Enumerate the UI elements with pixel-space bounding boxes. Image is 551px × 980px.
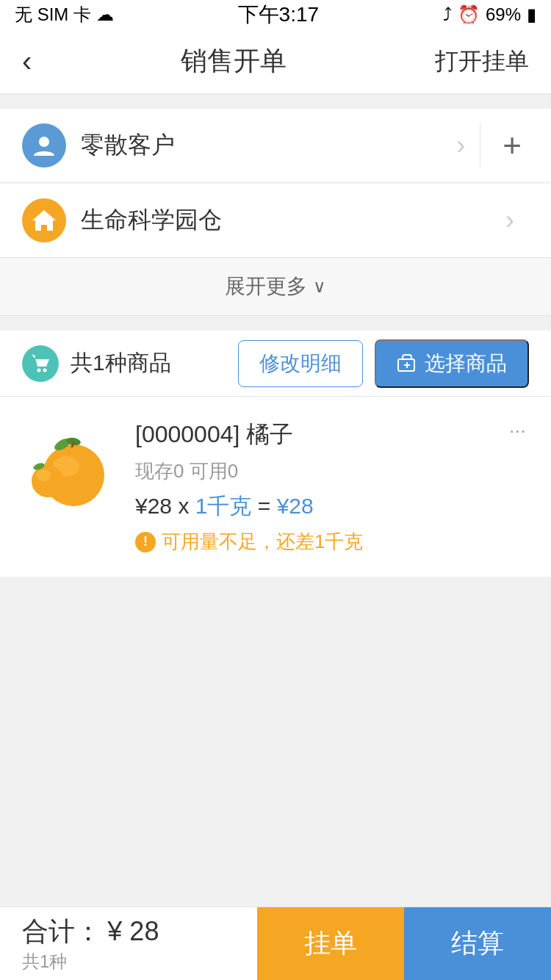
status-right: ⤴ ⏰ 69% ▮ (443, 4, 536, 25)
main-content-area (0, 577, 551, 945)
product-count-icon (22, 345, 59, 382)
price-qty: 1千克 (195, 494, 252, 518)
warehouse-row[interactable]: 生命科学园仓 › (0, 184, 551, 257)
user-icon (31, 132, 57, 159)
checkout-button[interactable]: 结算 (404, 907, 551, 980)
customer-row[interactable]: 零散客户 › + (0, 109, 551, 182)
battery-level: 69% (486, 4, 521, 25)
price-base: ¥28 x (135, 494, 195, 518)
open-hang-button[interactable]: 打开挂单 (435, 46, 529, 78)
cart-icon (30, 353, 51, 374)
product-price: ¥28 x 1千克 = ¥28 (135, 491, 506, 522)
nav-bar: ‹ 销售开单 打开挂单 (0, 29, 551, 94)
total-amount: 合计： ¥ 28 (22, 914, 235, 950)
expand-more-text: 展开更多 (225, 273, 307, 300)
total-label: 合计： (22, 916, 101, 946)
svg-point-2 (43, 368, 47, 372)
warehouse-chevron-icon: › (505, 205, 514, 236)
product-image (22, 419, 118, 514)
warehouse-name: 生命科学园仓 (81, 204, 505, 237)
price-total: ¥28 (277, 494, 314, 518)
product-code: [0000004] (135, 421, 240, 447)
product-info: [0000004] 橘子 现存0 可用0 ¥28 x 1千克 = ¥28 ! 可… (135, 419, 506, 555)
divider (480, 123, 480, 167)
add-cart-icon (397, 353, 417, 374)
product-item: [0000004] 橘子 现存0 可用0 ¥28 x 1千克 = ¥28 ! 可… (0, 397, 551, 577)
warehouse-icon (22, 198, 66, 242)
more-options-button[interactable]: ··· (506, 419, 529, 442)
back-button[interactable]: ‹ (22, 45, 32, 78)
product-stock: 现存0 可用0 (135, 458, 506, 484)
home-icon (31, 207, 57, 234)
select-product-button[interactable]: 选择商品 (375, 339, 529, 388)
warning-icon: ! (135, 532, 156, 552)
select-product-label: 选择商品 (425, 350, 507, 378)
page-title: 销售开单 (181, 43, 287, 79)
status-time: 下午3:17 (238, 1, 320, 29)
total-section: 合计： ¥ 28 共1种 (0, 907, 257, 980)
hang-order-button[interactable]: 挂单 (257, 907, 404, 980)
customer-chevron-icon: › (456, 130, 465, 161)
customer-icon (22, 123, 66, 167)
product-name: [0000004] 橘子 (135, 419, 506, 451)
svg-point-0 (39, 137, 49, 147)
modify-detail-button[interactable]: 修改明细 (238, 340, 363, 387)
warning-text: 可用量不足，还差1千克 (162, 529, 363, 555)
total-value: ¥ 28 (107, 916, 159, 946)
sim-status: 无 SIM 卡 ☁ (15, 3, 114, 26)
expand-arrow-icon: ∨ (313, 276, 326, 297)
orange-image (26, 422, 114, 511)
product-header: 共1种商品 修改明细 选择商品 (0, 331, 551, 397)
add-customer-button[interactable]: + (495, 127, 529, 164)
bottom-bar: 合计： ¥ 28 共1种 挂单 结算 (0, 907, 551, 980)
customer-name: 零散客户 (81, 129, 456, 162)
svg-line-11 (72, 443, 73, 447)
svg-point-13 (36, 469, 51, 481)
separator-1 (0, 94, 551, 109)
svg-point-1 (37, 368, 41, 372)
status-left: 无 SIM 卡 ☁ (15, 3, 114, 26)
product-count-text: 共1种商品 (71, 348, 238, 378)
total-count: 共1种 (22, 950, 235, 973)
status-bar: 无 SIM 卡 ☁ 下午3:17 ⤴ ⏰ 69% ▮ (0, 0, 551, 29)
alarm-icon: ⏰ (458, 4, 480, 25)
expand-more-button[interactable]: 展开更多 ∨ (0, 257, 551, 316)
separator-3 (0, 316, 551, 331)
product-title-text: 橘子 (246, 421, 293, 447)
battery-icon: ▮ (527, 4, 536, 25)
product-warning: ! 可用量不足，还差1千克 (135, 529, 506, 555)
price-equals: = (251, 494, 276, 518)
location-icon: ⤴ (443, 4, 452, 25)
